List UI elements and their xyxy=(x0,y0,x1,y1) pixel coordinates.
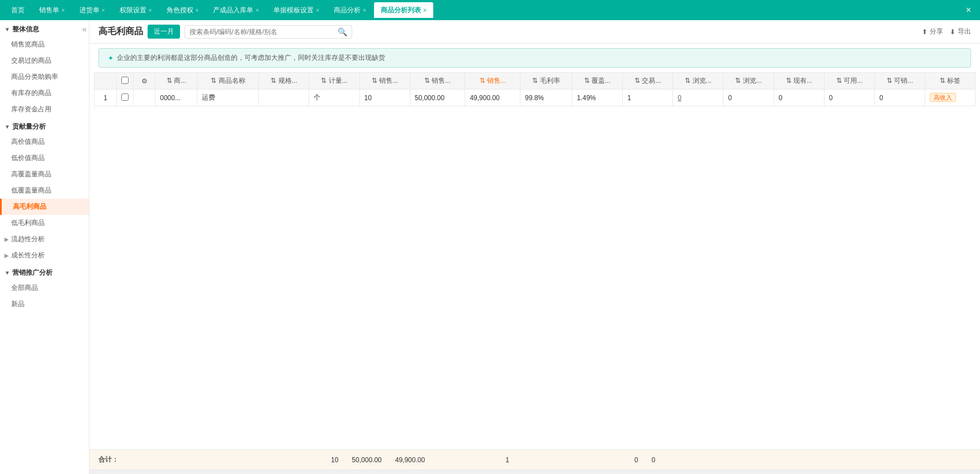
col-header-available-stock[interactable]: ⇅ 可用... xyxy=(824,73,874,90)
tab-permission[interactable]: 权限设置 × xyxy=(113,2,159,18)
close-icon[interactable]: × xyxy=(363,7,366,13)
filter-recent-month-button[interactable]: 近一月 xyxy=(148,25,180,39)
tab-home[interactable]: 首页 xyxy=(4,2,31,18)
cell-sellable-stock: 0 xyxy=(875,90,925,106)
close-icon[interactable]: × xyxy=(102,7,105,13)
col-header-checkbox[interactable] xyxy=(117,73,134,90)
cell-sales-qty: 10 xyxy=(359,90,410,106)
cell-tag: 高收入 xyxy=(925,90,976,106)
sidebar-item-low-value[interactable]: 低价值商品 xyxy=(0,150,89,166)
col-header-sellable-stock[interactable]: ⇅ 可销... xyxy=(875,73,925,90)
col-header-browse1[interactable]: ⇅ 浏览... xyxy=(673,73,723,90)
col-header-sales-qty[interactable]: ⇅ 销售... xyxy=(359,73,410,90)
search-box: 🔍 xyxy=(184,25,352,39)
col-header-code[interactable]: ⇅ 商... xyxy=(155,73,197,90)
footer-trans: 1 xyxy=(501,456,514,464)
sidebar-group-overview[interactable]: ▼ 整体信息 xyxy=(0,20,89,36)
col-header-tag[interactable]: ⇅ 标签 xyxy=(925,73,976,90)
close-icon[interactable]: × xyxy=(61,7,65,13)
table-header-row: ⚙ ⇅ 商... ⇅ 商品名称 ⇅ 规格... ⇅ 计量... xyxy=(94,73,976,90)
top-nav: 首页 销售单 × 进货单 × 权限设置 × 角色授权 × 产成品入库单 × 单据… xyxy=(0,0,980,20)
close-icon[interactable]: × xyxy=(149,7,152,13)
tab-role[interactable]: 角色授权 × xyxy=(160,2,206,18)
row-checkbox[interactable] xyxy=(121,93,129,101)
info-icon: ✦ xyxy=(108,54,113,62)
footer-available-stock: 0 xyxy=(647,456,660,464)
share-icon: ⬆ xyxy=(922,28,927,36)
sidebar-item-traded[interactable]: 交易过的商品 xyxy=(0,53,89,69)
cell-current-stock: 0 xyxy=(774,90,824,106)
footer-bar: 合计： 10 50,000.00 49,900.00 1 0 0 xyxy=(89,449,980,470)
sidebar: « ▼ 整体信息 销售览商品 交易过的商品 商品分类助购率 有库存的商品 库存资… xyxy=(0,20,89,474)
close-icon[interactable]: × xyxy=(423,7,427,13)
footer-sales-qty: 10 xyxy=(326,456,343,464)
close-icon[interactable]: × xyxy=(255,7,259,13)
sidebar-item-in-stock[interactable]: 有库存的商品 xyxy=(0,85,89,101)
export-button[interactable]: ⬇ 导出 xyxy=(950,27,971,36)
col-header-current-stock[interactable]: ⇅ 现有... xyxy=(774,73,824,90)
tab-product-analysis[interactable]: 商品分析 × xyxy=(327,2,373,18)
col-header-trans[interactable]: ⇅ 交易... xyxy=(623,73,673,90)
chevron-down-icon: ▼ xyxy=(4,124,10,130)
search-icon[interactable]: 🔍 xyxy=(338,27,347,36)
cell-unit: 个 xyxy=(309,90,359,106)
footer-sales-profit: 49,900.00 xyxy=(391,456,429,464)
sidebar-group-growth[interactable]: ▶ 成长性分析 xyxy=(0,247,89,264)
cell-name: 运费 xyxy=(197,90,259,106)
col-header-coverage[interactable]: ⇅ 覆盖... xyxy=(572,73,622,90)
col-header-spec[interactable]: ⇅ 规格... xyxy=(259,73,309,90)
horizontal-scrollbar[interactable] xyxy=(89,470,980,474)
table-row[interactable]: 1 0000... 运费 个 10 50,000.00 49,900.00 99… xyxy=(94,90,976,106)
sidebar-group-trend[interactable]: ▶ 流趋性分析 xyxy=(0,231,89,247)
sidebar-item-stock-fund[interactable]: 库存资金占用 xyxy=(0,101,89,118)
close-icon[interactable]: × xyxy=(316,7,319,13)
footer-label: 合计： xyxy=(98,455,132,464)
tab-sales[interactable]: 销售单 × xyxy=(32,2,72,18)
sidebar-collapse-button[interactable]: « xyxy=(82,25,87,34)
cell-browse1[interactable]: 0 xyxy=(673,90,723,106)
footer-sales-amt: 50,000.00 xyxy=(347,456,386,464)
cell-sales-amt: 50,000.00 xyxy=(410,90,465,106)
tab-product-analysis-list[interactable]: 商品分析列表 × xyxy=(374,2,433,18)
export-icon: ⬇ xyxy=(950,28,955,36)
search-input[interactable] xyxy=(190,28,335,36)
sidebar-item-new-products[interactable]: 新品 xyxy=(0,296,89,312)
chevron-right-icon: ▶ xyxy=(4,252,9,259)
col-header-sales-amt[interactable]: ⇅ 销售... xyxy=(410,73,465,90)
sidebar-item-category-assist[interactable]: 商品分类助购率 xyxy=(0,69,89,85)
cell-code: 0000... xyxy=(155,90,197,106)
window-close-button[interactable]: × xyxy=(962,5,976,15)
chevron-down-icon: ▼ xyxy=(4,270,10,276)
tab-purchase[interactable]: 进货单 × xyxy=(73,2,112,18)
col-header-name[interactable]: ⇅ 商品名称 xyxy=(197,73,259,90)
sidebar-group-marketing[interactable]: ▼ 营销推广分析 xyxy=(0,264,89,280)
sidebar-item-high-value[interactable]: 高价值商品 xyxy=(0,134,89,150)
cell-gross-rate: 99.8% xyxy=(520,90,572,106)
sidebar-item-low-margin[interactable]: 低毛利商品 xyxy=(0,215,89,231)
status-badge: 高收入 xyxy=(930,93,956,102)
tab-product-inbound[interactable]: 产成品入库单 × xyxy=(206,2,266,18)
tab-template[interactable]: 单据模板设置 × xyxy=(267,2,326,18)
sidebar-item-all-products[interactable]: 全部商品 xyxy=(0,280,89,296)
table-container[interactable]: ⚙ ⇅ 商... ⇅ 商品名称 ⇅ 规格... ⇅ 计量... xyxy=(89,72,980,449)
cell-seq: 1 xyxy=(94,90,117,106)
col-header-gross-rate[interactable]: ⇅ 毛利率 xyxy=(520,73,572,90)
close-icon[interactable]: × xyxy=(196,7,199,13)
sidebar-item-high-margin[interactable]: 高毛利商品 xyxy=(0,199,89,215)
sidebar-item-high-coverage[interactable]: 高覆盖量商品 xyxy=(0,166,89,182)
sidebar-item-low-coverage[interactable]: 低覆盖量商品 xyxy=(0,182,89,199)
col-header-sales-profit[interactable]: ⇅ 销售... xyxy=(465,73,520,90)
col-header-unit[interactable]: ⇅ 计量... xyxy=(309,73,359,90)
cell-available-stock: 0 xyxy=(824,90,874,106)
main-layout: « ▼ 整体信息 销售览商品 交易过的商品 商品分类助购率 有库存的商品 库存资… xyxy=(0,20,980,474)
share-button[interactable]: ⬆ 分享 xyxy=(922,27,943,36)
sidebar-item-sales-browse[interactable]: 销售览商品 xyxy=(0,36,89,53)
col-header-settings[interactable]: ⚙ xyxy=(134,73,155,90)
select-all-checkbox[interactable] xyxy=(121,77,129,84)
info-bar: ✦ 企业的主要的利润都是这部分商品创造的，可考虑加大推广，同时关注库存是不要出现… xyxy=(98,48,971,68)
sidebar-group-contribution[interactable]: ▼ 贡献量分析 xyxy=(0,118,89,134)
header-actions: ⬆ 分享 ⬇ 导出 xyxy=(922,27,971,36)
cell-spec xyxy=(259,90,309,106)
col-header-browse2[interactable]: ⇅ 浏览... xyxy=(723,73,774,90)
cell-checkbox[interactable] xyxy=(117,90,134,106)
